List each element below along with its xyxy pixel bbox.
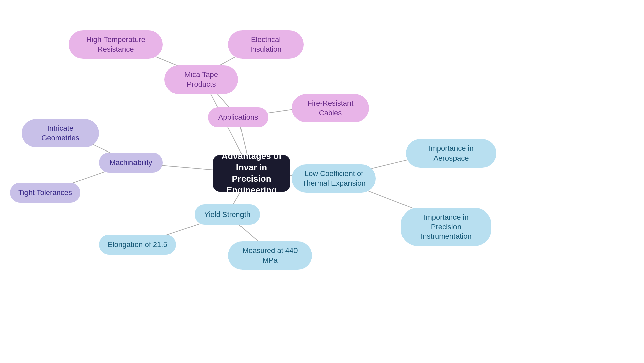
- center-node: Advantages of Invar in Precision Enginee…: [213, 155, 290, 192]
- node-low-cte: Low Coefficient of Thermal Expansion: [292, 164, 376, 193]
- node-yield: Yield Strength: [195, 204, 260, 225]
- node-measured: Measured at 440 MPa: [228, 241, 312, 270]
- node-intricate: Intricate Geometries: [22, 119, 99, 147]
- node-imp-prec: Importance in Precision Instrumentation: [401, 208, 491, 246]
- node-applications: Applications: [208, 107, 268, 127]
- node-elongation: Elongation of 21.5: [99, 235, 176, 255]
- mind-map: Advantages of Invar in Precision Enginee…: [0, 0, 644, 363]
- node-elec-insul: Electrical Insulation: [228, 30, 304, 59]
- node-imp-aero: Importance in Aerospace: [406, 139, 496, 168]
- node-mica-tape: Mica Tape Products: [164, 65, 238, 94]
- node-machinability: Machinability: [99, 153, 163, 173]
- node-fire-cables: Fire-Resistant Cables: [292, 94, 369, 122]
- node-high-temp: High-Temperature Resistance: [69, 30, 163, 59]
- node-tight-tol: Tight Tolerances: [10, 183, 80, 203]
